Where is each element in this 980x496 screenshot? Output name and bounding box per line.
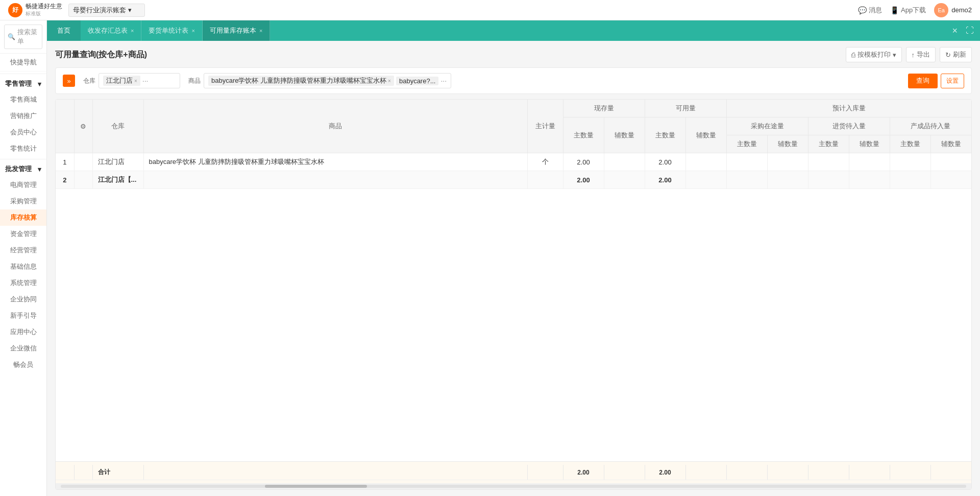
topbar-right: 消息 App下载 Ea demo2 bbox=[858, 3, 972, 17]
filter-product-tag-1-close[interactable]: × bbox=[388, 78, 391, 84]
th-stock-group: 现存量 bbox=[563, 100, 645, 117]
th-settings[interactable] bbox=[74, 100, 92, 153]
th-available-group: 可用量 bbox=[645, 100, 726, 117]
logo-text: 畅捷通好生意 bbox=[26, 3, 62, 11]
scroll-track[interactable] bbox=[61, 485, 966, 488]
cell-incoming-main-2 bbox=[808, 171, 849, 189]
tab-close-order-stats[interactable] bbox=[191, 28, 194, 34]
footer-incoming-main bbox=[808, 465, 849, 480]
tab-expand-button[interactable]: ⛶ bbox=[964, 24, 976, 37]
footer-empty-4 bbox=[527, 465, 563, 480]
sidebar-item-member-center[interactable]: 会员中心 bbox=[0, 124, 46, 140]
footer-purchase-transit-main bbox=[726, 465, 767, 480]
th-incoming-group: 进货待入量 bbox=[808, 117, 890, 135]
sidebar-item-inventory[interactable]: 库存核算 bbox=[0, 209, 46, 226]
tab-bar: 首页 收发存汇总表 要货单统计表 可用量库存账本 ⛶ bbox=[47, 20, 980, 41]
sidebar-item-vip-member[interactable]: 畅会员 bbox=[0, 357, 46, 373]
msg-icon bbox=[858, 6, 867, 14]
refresh-button[interactable]: ↻ 刷新 bbox=[940, 47, 972, 62]
app-icon bbox=[890, 6, 899, 14]
sidebar-item-finance[interactable]: 资金管理 bbox=[0, 226, 46, 242]
tab-close-available-inventory[interactable] bbox=[259, 28, 262, 34]
th-available-main: 主数量 bbox=[645, 117, 685, 153]
table-scroll[interactable]: 仓库 商品 主计量 现存量 bbox=[56, 100, 971, 461]
msg-label: 消息 bbox=[869, 6, 882, 15]
cell-product-2 bbox=[143, 171, 527, 189]
tab-close-receive-send[interactable] bbox=[131, 28, 134, 34]
sidebar: 🔍 搜索菜单 快捷导航 零售管理 零售商城 营销推广 会员中心 零售统计 批发管… bbox=[0, 20, 47, 496]
footer-empty-3 bbox=[143, 465, 527, 480]
sidebar-item-retail-mgmt[interactable]: 零售管理 bbox=[0, 76, 46, 91]
sidebar-item-operations[interactable]: 经营管理 bbox=[0, 242, 46, 258]
logo-icon: 好 bbox=[8, 3, 22, 17]
sidebar-item-system[interactable]: 系统管理 bbox=[0, 275, 46, 291]
footer-incoming-aux bbox=[849, 465, 890, 480]
sidebar-item-enterprise-wechat[interactable]: 企业微信 bbox=[0, 340, 46, 357]
tab-order-stats[interactable]: 要货单统计表 bbox=[141, 20, 202, 41]
table-row: 1 江北门店 babycare学饮杯 儿童防摔防撞吸管杯重力球吸嘴杯宝宝水杯 bbox=[56, 153, 971, 171]
tab-available-inventory[interactable]: 可用量库存账本 bbox=[203, 20, 270, 41]
app-action[interactable]: App下载 bbox=[890, 6, 926, 15]
sidebar-item-batch-mgmt[interactable]: 批发管理 bbox=[0, 161, 46, 177]
expand-right-icon bbox=[67, 77, 70, 85]
logo-text-area: 畅捷通好生意 标准版 bbox=[26, 3, 62, 18]
th-purchase-transit-aux: 辅数量 bbox=[767, 135, 808, 153]
filter-product-tag-2: babycare?... bbox=[396, 77, 439, 85]
filter-warehouse-label: 仓库 bbox=[83, 77, 95, 85]
gear-icon bbox=[80, 123, 86, 130]
content-area: 首页 收发存汇总表 要货单统计表 可用量库存账本 ⛶ 可用量 bbox=[47, 20, 980, 496]
export-button[interactable]: ↑ 导出 bbox=[906, 47, 936, 62]
cell-stock-main-1: 2.00 bbox=[563, 153, 604, 171]
sidebar-item-enterprise-coop[interactable]: 企业协同 bbox=[0, 291, 46, 308]
page-header: 可用量查询(按仓库+商品) ⎙ 按模板打印 ↑ 导出 ↻ 刷新 bbox=[55, 47, 972, 62]
export-icon: ↑ bbox=[912, 51, 915, 59]
tab-close-all-button[interactable] bbox=[950, 23, 960, 38]
user-area[interactable]: Ea demo2 bbox=[934, 3, 972, 17]
setting-button[interactable]: 设置 bbox=[941, 74, 964, 88]
sidebar-item-retail-stats[interactable]: 零售统计 bbox=[0, 140, 46, 157]
sidebar-item-quick-nav[interactable]: 快捷导航 bbox=[0, 54, 46, 72]
sidebar-item-app-center[interactable]: 应用中心 bbox=[0, 324, 46, 340]
scroll-thumb[interactable] bbox=[265, 485, 367, 488]
refresh-icon: ↻ bbox=[945, 51, 951, 59]
th-production-group: 产成品待入量 bbox=[890, 117, 971, 135]
horizontal-scrollbar[interactable] bbox=[56, 483, 971, 489]
table-row: 2 江北门店【... bbox=[56, 171, 971, 189]
th-warehouse: 仓库 bbox=[92, 100, 143, 153]
filter-more-icon[interactable]: ··· bbox=[142, 77, 149, 85]
cell-purchase-transit-main-1 bbox=[726, 153, 767, 171]
footer-table: 合计 2.00 2.00 bbox=[56, 465, 971, 480]
search-menu-button[interactable]: 🔍 搜索菜单 bbox=[4, 25, 42, 49]
sidebar-item-purchase-mgmt[interactable]: 采购管理 bbox=[0, 193, 46, 209]
print-button[interactable]: ⎙ 按模板打印 bbox=[846, 47, 902, 62]
th-available-aux: 辅数量 bbox=[685, 117, 726, 153]
tab-receive-send[interactable]: 收发存汇总表 bbox=[81, 20, 141, 41]
filter-bar: 仓库 江北门店 × ··· 商品 babycare学饮杯 儿童防摔防撞吸管杯重力… bbox=[55, 67, 972, 94]
sidebar-item-basics[interactable]: 基础信息 bbox=[0, 258, 46, 275]
sidebar-item-marketing[interactable]: 营销推广 bbox=[0, 108, 46, 124]
tab-home[interactable]: 首页 bbox=[47, 20, 81, 41]
table-footer: 合计 2.00 2.00 bbox=[56, 461, 971, 483]
msg-action[interactable]: 消息 bbox=[858, 6, 882, 15]
filter-product-more-icon[interactable]: ··· bbox=[440, 77, 447, 85]
cell-purchase-transit-aux-2 bbox=[767, 171, 808, 189]
expand-button[interactable] bbox=[63, 75, 75, 87]
cell-available-aux-1 bbox=[685, 153, 726, 171]
sidebar-divider-1 bbox=[0, 74, 46, 74]
cell-production-aux-2 bbox=[930, 171, 971, 189]
sidebar-item-ecommerce[interactable]: 电商管理 bbox=[0, 177, 46, 193]
footer-stock-main: 2.00 bbox=[563, 465, 604, 480]
filter-product-input[interactable]: babycare学饮杯 儿童防摔防撞吸管杯重力球吸嘴杯宝宝水杯 × babyca… bbox=[204, 73, 451, 88]
filter-warehouse-input[interactable]: 江北门店 × ··· bbox=[99, 73, 180, 88]
sidebar-item-retail-mall[interactable]: 零售商城 bbox=[0, 91, 46, 108]
industry-select[interactable]: 母婴行业演示账套 bbox=[68, 4, 145, 17]
footer-empty-1 bbox=[56, 465, 74, 480]
cell-warehouse-1: 江北门店 bbox=[92, 153, 143, 171]
th-purchase-transit-group: 采购在途量 bbox=[726, 117, 808, 135]
query-button[interactable]: 查询 bbox=[908, 74, 938, 88]
cell-incoming-aux-2 bbox=[849, 171, 890, 189]
filter-warehouse-tag-close[interactable]: × bbox=[134, 78, 137, 84]
chevron-down-icon-2 bbox=[38, 166, 41, 173]
user-avatar: Ea bbox=[934, 3, 948, 17]
sidebar-item-new-guide[interactable]: 新手引导 bbox=[0, 308, 46, 324]
